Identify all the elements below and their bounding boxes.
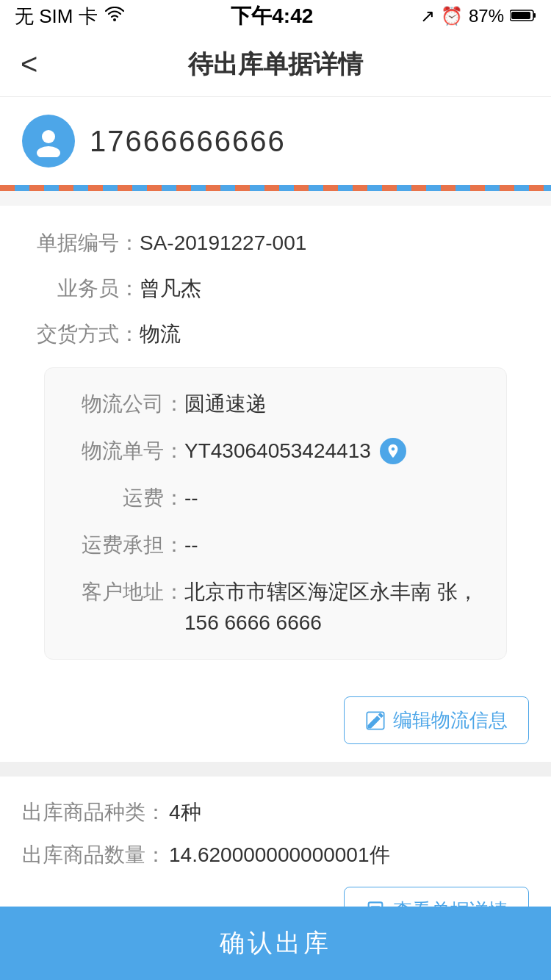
user-avatar — [22, 115, 75, 167]
status-left: 无 SIM 卡 — [15, 4, 124, 29]
order-info-section: 单据编号： SA-20191227-001 业务员： 曾凡杰 交货方式： 物流 … — [0, 206, 551, 696]
delivery-label: 交货方式： — [22, 319, 140, 350]
location-icon: ↗ — [420, 6, 435, 26]
status-bar: 无 SIM 卡 下午4:42 ↗ ⏰ 87% — [0, 0, 551, 32]
confirm-button-bar[interactable]: 确认出库 — [0, 907, 551, 980]
address-label: 客户地址： — [67, 577, 184, 608]
carrier-text: 无 SIM 卡 — [15, 4, 98, 29]
logistics-card: 物流公司： 圆通速递 物流单号： YT43064053424413 运费： -- — [44, 367, 507, 660]
logistics-tracking-value: YT43064053424413 — [184, 436, 371, 466]
user-header: 17666666666 — [0, 97, 551, 185]
alarm-icon: ⏰ — [441, 6, 463, 26]
edit-logistics-label: 编辑物流信息 — [393, 707, 508, 733]
status-time: 下午4:42 — [231, 2, 313, 30]
freight-bear-label: 运费承担： — [67, 530, 184, 561]
content: 17666666666 单据编号： SA-20191227-001 业务员： 曾… — [0, 97, 551, 980]
order-no-label: 单据编号： — [22, 228, 140, 259]
battery-icon — [510, 6, 536, 26]
logistics-company-value: 圆通速递 — [184, 389, 484, 419]
nav-bar: < 待出库单据详情 — [0, 32, 551, 97]
salesman-row: 业务员： 曾凡杰 — [22, 273, 529, 304]
logistics-company-row: 物流公司： 圆通速递 — [67, 389, 484, 419]
delivery-value: 物流 — [140, 319, 529, 350]
dashed-separator — [0, 185, 551, 191]
svg-point-3 — [42, 130, 55, 143]
address-row: 客户地址： 北京市市辖区海淀区永丰南 张，156 6666 6666 — [67, 577, 484, 638]
freight-value: -- — [184, 483, 484, 514]
svg-rect-1 — [533, 13, 536, 18]
map-location-icon[interactable] — [380, 438, 406, 464]
logistics-tracking-row: 物流单号： YT43064053424413 — [67, 436, 484, 466]
goods-types-row: 出库商品种类： 4种 — [22, 799, 529, 826]
logistics-tracking-value-group: YT43064053424413 — [184, 436, 484, 466]
salesman-label: 业务员： — [22, 273, 140, 304]
confirm-button-label: 确认出库 — [220, 926, 331, 960]
wifi-icon — [105, 7, 124, 26]
battery-text: 87% — [469, 6, 504, 26]
goods-section: 出库商品种类： 4种 出库商品数量： 14.620000000000001件 — [0, 777, 551, 887]
order-no-value: SA-20191227-001 — [140, 228, 529, 259]
page-title: 待出库单据详情 — [188, 48, 363, 82]
user-phone: 17666666666 — [90, 125, 286, 158]
goods-types-value: 4种 — [169, 799, 201, 826]
status-right: ↗ ⏰ 87% — [420, 6, 536, 26]
freight-bear-value: -- — [184, 530, 484, 561]
section-divider — [0, 762, 551, 777]
logistics-tracking-label: 物流单号： — [67, 436, 184, 466]
delivery-row: 交货方式： 物流 — [22, 319, 529, 350]
goods-types-label: 出库商品种类： — [22, 799, 169, 826]
freight-row: 运费： -- — [67, 483, 484, 514]
edit-btn-row: 编辑物流信息 — [0, 696, 551, 762]
goods-quantity-row: 出库商品数量： 14.620000000000001件 — [22, 841, 529, 869]
svg-point-4 — [37, 146, 60, 157]
salesman-value: 曾凡杰 — [140, 273, 529, 304]
freight-label: 运费： — [67, 483, 184, 514]
address-value: 北京市市辖区海淀区永丰南 张，156 6666 6666 — [184, 577, 484, 638]
logistics-company-label: 物流公司： — [67, 389, 184, 419]
edit-logistics-button[interactable]: 编辑物流信息 — [344, 696, 529, 744]
freight-bear-row: 运费承担： -- — [67, 530, 484, 561]
svg-rect-2 — [511, 12, 530, 19]
goods-quantity-value: 14.620000000000001件 — [169, 841, 390, 869]
edit-icon — [365, 710, 386, 731]
goods-quantity-label: 出库商品数量： — [22, 841, 169, 869]
back-button[interactable]: < — [21, 48, 37, 81]
order-no-row: 单据编号： SA-20191227-001 — [22, 228, 529, 259]
